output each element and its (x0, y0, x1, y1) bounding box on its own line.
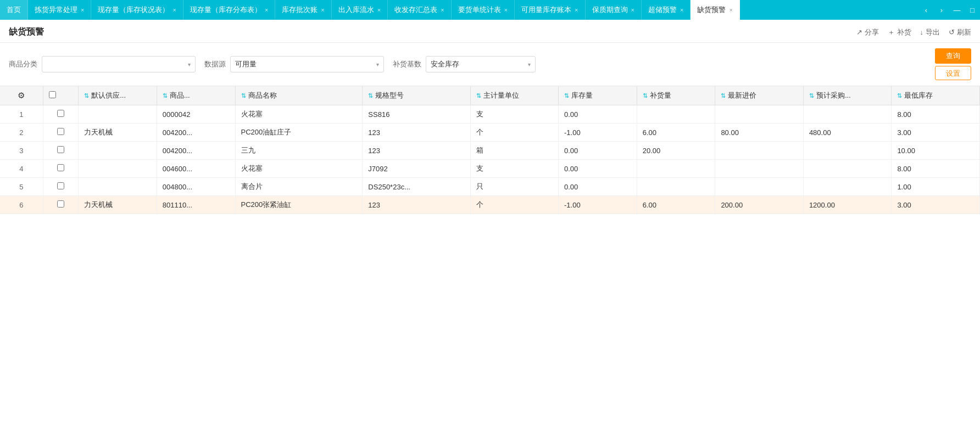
maximize-icon: □ (970, 6, 975, 14)
tab-close-icon[interactable]: × (321, 7, 324, 13)
tab-item-1[interactable]: 拣货异常处理× (28, 0, 91, 20)
col-header-supplier[interactable]: ⇅默认供应... (79, 86, 157, 105)
cell-unit-3: 支 (470, 160, 559, 178)
row-checkbox-2[interactable] (57, 146, 64, 153)
col-header-estimated_purchase[interactable]: ⇅预计采购... (803, 86, 892, 105)
table-row[interactable]: 5004800...离合片DS250*23c...只0.001.00 (0, 178, 980, 196)
cell-checkbox-4[interactable] (43, 178, 78, 196)
tab-close-icon[interactable]: × (265, 7, 268, 13)
tab-nav-prev[interactable]: ‹ (918, 0, 934, 20)
cell-gear-5: 6 (0, 196, 43, 214)
query-button[interactable]: 查询 (935, 48, 971, 64)
tab-item-8[interactable]: 可用量库存账本× (515, 0, 585, 20)
cell-checkbox-0[interactable] (43, 105, 78, 124)
table-row[interactable]: 3004200...三九123箱0.0020.0010.00 (0, 142, 980, 160)
tab-item-11[interactable]: 缺货预警× (691, 0, 739, 20)
tab-item-7[interactable]: 要货单统计表× (452, 0, 515, 20)
tab-close-icon[interactable]: × (680, 7, 683, 13)
col-header-spec[interactable]: ⇅规格型号 (363, 86, 470, 105)
tab-item-3[interactable]: 现存量（库存分布表）× (183, 0, 275, 20)
table-row[interactable]: 6力天机械801110...PC200张紧油缸123个-1.006.00200.… (0, 196, 980, 214)
col-label-product_name: 商品名称 (248, 91, 277, 100)
col-header-product_code[interactable]: ⇅商品... (157, 86, 235, 105)
tab-item-4[interactable]: 库存批次账× (275, 0, 331, 20)
tab-close-icon[interactable]: × (504, 7, 508, 13)
cell-checkbox-1[interactable] (43, 124, 78, 142)
col-label-product_code: 商品... (170, 91, 190, 100)
chevron-right-icon: › (940, 6, 943, 14)
table-row[interactable]: 2力天机械004200...PC200油缸庄子123个-1.006.0080.0… (0, 124, 980, 142)
page-header: 缺货预警 ↗ 分享 ＋ 补货 ↓ 导出 ↺ 刷新 (0, 20, 980, 43)
select-all-checkbox[interactable] (49, 91, 56, 98)
tab-item-6[interactable]: 收发存汇总表× (388, 0, 451, 20)
export-icon: ↓ (920, 28, 924, 36)
replenish-button[interactable]: ＋ 补货 (888, 27, 911, 37)
col-header-replenish_qty[interactable]: ⇅补货量 (637, 86, 715, 105)
tab-close-icon[interactable]: × (441, 7, 444, 13)
cell-latest_price-0 (715, 105, 804, 124)
table-row[interactable]: 4004600...火花塞J7092支0.008.00 (0, 160, 980, 178)
row-checkbox-1[interactable] (57, 128, 64, 135)
row-checkbox-3[interactable] (57, 164, 64, 171)
col-label-replenish_qty: 补货量 (650, 91, 671, 100)
tab-item-10[interactable]: 超储预警× (642, 0, 691, 20)
row-checkbox-4[interactable] (57, 182, 64, 189)
row-checkbox-5[interactable] (57, 200, 64, 208)
col-header-stock[interactable]: ⇅库存量 (559, 86, 637, 105)
col-header-min_stock[interactable]: ⇅最低库存 (892, 86, 980, 105)
window-minimize-button[interactable]: — (949, 0, 965, 20)
cell-min_stock-3: 8.00 (892, 160, 980, 178)
replenish-select[interactable]: 安全库存 ▾ (426, 56, 536, 72)
datasource-select-value: 可用量 (235, 59, 257, 69)
tab-close-icon[interactable]: × (729, 7, 732, 13)
settings-button[interactable]: 设置 (935, 66, 971, 80)
refresh-button[interactable]: ↺ 刷新 (949, 27, 971, 37)
tab-item-9[interactable]: 保质期查询× (586, 0, 642, 20)
tab-close-icon[interactable]: × (172, 7, 176, 13)
cell-replenish_qty-3 (637, 160, 715, 178)
cell-product_name-1: PC200油缸庄子 (235, 124, 363, 142)
col-header-latest_price[interactable]: ⇅最新进价 (715, 86, 804, 105)
share-button[interactable]: ↗ 分享 (856, 27, 879, 37)
tab-label: 首页 (7, 5, 21, 15)
cell-gear-3: 4 (0, 160, 43, 178)
tab-close-icon[interactable]: × (575, 7, 578, 13)
main-content: 缺货预警 ↗ 分享 ＋ 补货 ↓ 导出 ↺ 刷新 商品分类 (0, 20, 980, 437)
cell-checkbox-5[interactable] (43, 196, 78, 214)
tab-label: 可用量库存账本 (521, 5, 571, 15)
tab-label: 收发存汇总表 (394, 5, 437, 15)
table-container[interactable]: ⚙⇅默认供应...⇅商品...⇅商品名称⇅规格型号⇅主计量单位⇅库存量⇅补货量⇅… (0, 86, 980, 437)
cell-checkbox-2[interactable] (43, 142, 78, 160)
cell-product_name-4: 离合片 (235, 178, 363, 196)
datasource-select[interactable]: 可用量 ▾ (230, 56, 384, 72)
window-maximize-button[interactable]: □ (965, 0, 980, 20)
share-icon: ↗ (856, 28, 862, 36)
sort-icon-unit: ⇅ (476, 92, 481, 99)
tab-close-icon[interactable]: × (81, 7, 84, 13)
col-header-gear: ⚙ (0, 86, 43, 105)
cell-estimated_purchase-0 (803, 105, 892, 124)
cell-checkbox-3[interactable] (43, 160, 78, 178)
cell-product_name-0: 火花塞 (235, 105, 363, 124)
cell-min_stock-1: 3.00 (892, 124, 980, 142)
col-header-product_name[interactable]: ⇅商品名称 (235, 86, 363, 105)
tab-item-0[interactable]: 首页 (0, 0, 28, 20)
table-row[interactable]: 10000042火花塞SS816支0.008.00 (0, 105, 980, 124)
cell-unit-2: 箱 (470, 142, 559, 160)
col-header-unit[interactable]: ⇅主计量单位 (470, 86, 559, 105)
tab-item-2[interactable]: 现存量（库存状况表）× (91, 0, 183, 20)
tab-close-icon[interactable]: × (377, 7, 381, 13)
settings-gear-icon[interactable]: ⚙ (18, 91, 25, 100)
tab-item-5[interactable]: 出入库流水× (332, 0, 388, 20)
cell-gear-0: 1 (0, 105, 43, 124)
export-button[interactable]: ↓ 导出 (920, 27, 940, 37)
col-label-min_stock: 最低库存 (904, 91, 933, 100)
cell-gear-2: 3 (0, 142, 43, 160)
tab-close-icon[interactable]: × (631, 7, 634, 13)
category-select[interactable]: ▾ (42, 56, 196, 72)
tab-nav-next[interactable]: › (934, 0, 949, 20)
row-checkbox-0[interactable] (57, 110, 64, 117)
tab-label: 拣货异常处理 (35, 5, 77, 15)
replenish-select-value: 安全库存 (431, 59, 459, 69)
col-header-checkbox (43, 86, 78, 105)
